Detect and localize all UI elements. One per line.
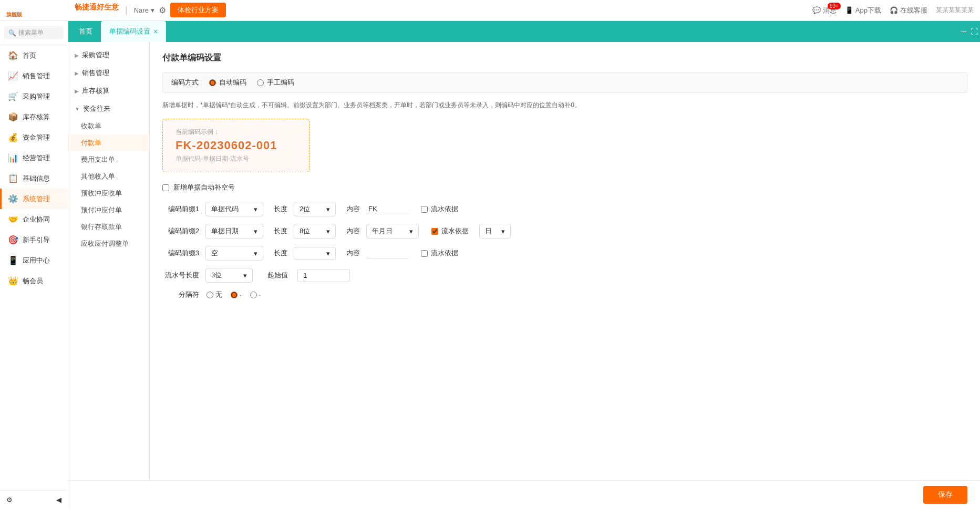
enterprise-icon: 🤝 [8,214,18,224]
page-title: 付款单编码设置 [162,53,967,64]
subnav-item-pre-pay[interactable]: 预付冲应付单 [68,202,149,219]
prefix-3-select[interactable]: 空 ▾ [205,246,263,261]
code-preview-sub: 单据代码-单据日期-流水号 [176,154,296,163]
tab-encoding-settings[interactable]: 单据编码设置 × [101,21,166,42]
sidebar-item-member[interactable]: 👑 畅会员 [0,271,68,291]
top-bar-right: 💬 消息 99+ 📱 App下载 🎧 在线客服 某某某某某某 [812,6,974,15]
chevron-down-icon10: ▾ [326,250,330,257]
save-button[interactable]: 保存 [923,486,967,504]
sep-dot2-option[interactable]: · [250,291,261,299]
main-layout: 🔍 搜索菜单 🏠 首页 📈 销售管理 🛒 采购管理 📦 库存核算 💰 资金管理 … [0,0,980,509]
subnav-item-adjust[interactable]: 应收应付调整单 [68,235,149,252]
chevron-down-icon9: ▾ [254,250,257,257]
sidebar-item-system[interactable]: ⚙️ 系统管理 [0,189,68,209]
footer-bar: 保存 [68,480,980,509]
chevron-down-icon7: ▾ [409,227,413,235]
subnav-title-inventory[interactable]: ▶ 库存核算 [68,82,149,100]
subnav-group-inventory: ▶ 库存核算 [68,82,149,100]
sidebar-item-appcenter[interactable]: 📱 应用中心 [0,250,68,271]
sidebar-item-purchase[interactable]: 🛒 采购管理 [0,86,68,107]
prefix-1-select[interactable]: 单据代码 ▾ [205,202,263,216]
settings-icon[interactable]: ⚙ [159,5,166,15]
subnav-group-sales: ▶ 销售管理 [68,64,149,82]
separator-label: 分隔符 [162,290,199,299]
basic-icon: 📋 [8,173,18,183]
hint-text: 新增单据时，*单据编码*自动生成，不可编辑。前缀设置为部门、业务员等档案类，开单… [162,100,967,110]
sidebar-item-newguide[interactable]: 🎯 新手引导 [0,230,68,250]
prefix-1-label: 编码前缀1 [162,204,199,214]
prefix-1-content-input[interactable] [366,204,408,214]
prefix-3-water-check[interactable]: 流水依据 [421,248,458,258]
subnav-item-payment[interactable]: 付款单 [68,134,149,151]
prefix-1-length-select[interactable]: 2位 ▾ [294,202,336,216]
subnav-item-expense[interactable]: 费用支出单 [68,151,149,168]
subnav-item-other-income[interactable]: 其他收入单 [68,168,149,185]
auto-fill-label: 新增单据自动补空号 [173,183,235,192]
message-icon: 💬 [812,6,821,14]
chevron-right-icon2: ▶ [75,70,79,76]
prefix-3-content-input[interactable] [366,248,408,258]
sidebar-item-inventory[interactable]: 📦 库存核算 [0,107,68,127]
auto-code-option[interactable]: 自动编码 [209,78,246,87]
user-avatar[interactable]: 某某某某某某 [936,6,974,15]
prefix-1-water-check[interactable]: 流水依据 [421,204,458,214]
expand-icon[interactable]: ⛶ [971,27,978,36]
nav-dropdown-btn[interactable]: Nare ▾ [134,6,154,14]
subnav-title-funds[interactable]: ▼ 资金往来 [68,100,149,118]
funds-icon: 💰 [8,132,18,142]
code-preview-label: 当前编码示例： [176,128,296,137]
sep-none-option[interactable]: 无 [207,290,222,299]
serial-length-select[interactable]: 3位 ▾ [205,268,253,283]
download-icon: 📱 [845,6,853,14]
divider: | [125,5,128,16]
subnav-item-pre-receive[interactable]: 预收冲应收单 [68,185,149,202]
prefix-1-length-label: 长度 [274,204,287,214]
message-btn[interactable]: 💬 消息 99+ [812,6,837,15]
sep-options: 无 · · [207,290,261,299]
subnav-title-sales[interactable]: ▶ 销售管理 [68,64,149,82]
top-bar: 畅捷通好生意 旗舰版 | Nare ▾ ⚙ 体验行业方案 💬 消息 99+ 📱 … [0,0,980,21]
start-value-input[interactable] [297,269,350,282]
online-service-btn[interactable]: 🎧 在线客服 [890,6,927,15]
search-menu-btn[interactable]: 🔍 搜索菜单 [4,26,64,39]
prefix-3-length-label: 长度 [274,248,287,258]
sidebar-item-funds[interactable]: 💰 资金管理 [0,127,68,148]
prefix-2-content-select[interactable]: 年月日 ▾ [366,224,419,238]
start-value-label: 起始值 [267,271,288,280]
subnav-item-receipt[interactable]: 收款单 [68,118,149,134]
chevron-down-icon8: ▾ [501,227,505,235]
tab-bar: 首页 单据编码设置 × ─ ⛶ [68,21,980,42]
tab-home[interactable]: 首页 [70,21,101,42]
tab-close-icon[interactable]: × [153,27,158,36]
auto-fill-checkbox[interactable] [162,184,169,191]
prefix-2-label: 编码前缀2 [162,226,199,236]
sidebar-item-operation[interactable]: 📊 经营管理 [0,148,68,168]
inventory-icon: 📦 [8,112,18,122]
sidebar-item-sales[interactable]: 📈 销售管理 [0,66,68,86]
manual-code-option[interactable]: 手工编码 [257,78,294,87]
prefix-2-select[interactable]: 单据日期 ▾ [205,224,263,238]
sidebar-item-basic[interactable]: 📋 基础信息 [0,168,68,189]
prefix-2-day-select[interactable]: 日 ▾ [479,224,511,238]
purchase-icon: 🛒 [8,91,18,101]
minimize-icon[interactable]: ─ [961,27,966,36]
collapse-icon[interactable]: ◀ [56,496,61,504]
sidebar-item-home[interactable]: 🏠 首页 [0,45,68,66]
subnav-item-bank[interactable]: 银行存取款单 [68,219,149,235]
sidebar-bottom: ⚙ ◀ [0,490,68,509]
trial-btn[interactable]: 体验行业方案 [170,3,226,17]
appcenter-icon: 📱 [8,255,18,265]
search-icon: 🔍 [8,29,16,37]
coding-method-row: 编码方式 自动编码 手工编码 [162,72,967,93]
prefix-2-water-check[interactable]: 流水依据 [431,226,469,236]
settings-bottom-icon[interactable]: ⚙ [6,496,13,504]
form-area: 付款单编码设置 编码方式 自动编码 手工编码 新增单据时，*单据编码*自动生成，… [150,42,980,480]
prefix-2-length-select[interactable]: 8位 ▾ [294,224,336,238]
sidebar-item-enterprise[interactable]: 🤝 企业协同 [0,209,68,230]
prefix-3-length-select[interactable]: ▾ [294,247,336,260]
code-preview-box: 当前编码示例： FK-20230602-001 单据代码-单据日期-流水号 [162,119,310,172]
operation-icon: 📊 [8,153,18,163]
sep-dot-option[interactable]: · [231,291,242,299]
subnav-title-purchase[interactable]: ▶ 采购管理 [68,46,149,64]
app-download-btn[interactable]: 📱 App下载 [845,6,881,15]
